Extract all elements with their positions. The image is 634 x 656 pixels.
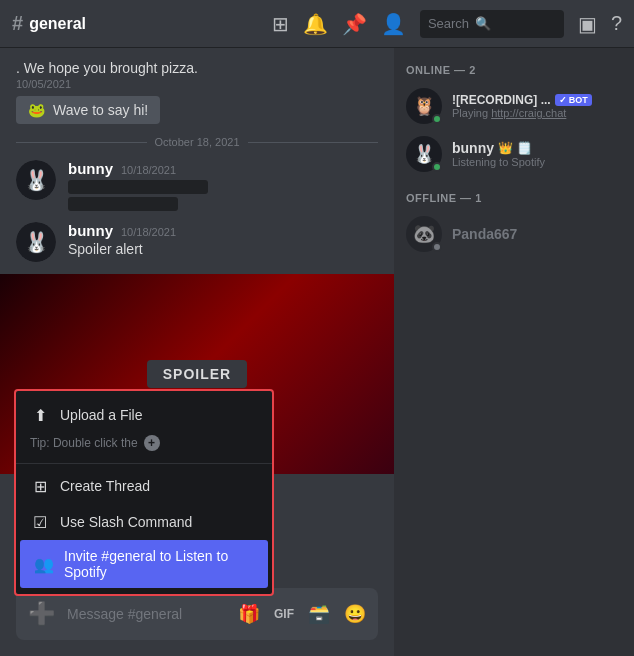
- pizza-date: 10/05/2021: [16, 78, 378, 90]
- bunny-info: bunny 👑 🗒️ Listening to Spotify: [452, 140, 622, 168]
- pizza-message: . We hope you brought pizza. 10/05/2021 …: [0, 56, 394, 128]
- gift-icon[interactable]: 🎁: [238, 603, 260, 625]
- bunny-name-row: bunny 👑 🗒️: [452, 140, 622, 156]
- wave-button[interactable]: 🐸 Wave to say hi!: [16, 96, 160, 124]
- user-row-bunny: 🐰 bunny 👑 🗒️ Listening to Spotify: [406, 132, 622, 176]
- emoji-icon[interactable]: 😀: [344, 603, 366, 625]
- nav-icons: ⊞ 🔔 📌 👤 Search 🔍 ▣ ?: [272, 10, 622, 38]
- chat-area: . We hope you brought pizza. 10/05/2021 …: [0, 48, 394, 656]
- bot-playing-text: Playing: [452, 107, 488, 119]
- bot-check: ✓: [559, 95, 567, 105]
- bunny-status: Listening to Spotify: [452, 156, 622, 168]
- thread-icon: ⊞: [30, 476, 50, 496]
- pizza-text: . We hope you brought pizza.: [16, 60, 198, 76]
- avatar: 🐰: [16, 222, 56, 262]
- author-name: bunny: [68, 222, 113, 239]
- bunny-name: bunny: [452, 140, 494, 156]
- offline-section: OFFLINE — 1 🐼 Panda667: [406, 192, 622, 256]
- chat-input-placeholder[interactable]: Message #general: [67, 606, 226, 622]
- bot-status-dot: [432, 114, 442, 124]
- invite-spotify-menu-item[interactable]: 👥 Invite #general to Listen to Spotify: [20, 540, 268, 588]
- timestamp: 10/18/2021: [121, 226, 176, 238]
- search-icon: 🔍: [475, 16, 491, 31]
- menu-divider: [16, 463, 272, 464]
- user-avatar-panda: 🐼: [406, 216, 442, 252]
- bunny-avatar-1: 🐰: [16, 160, 56, 200]
- message-row: 🐰 bunny 10/18/2021 Spoiler alert: [0, 218, 394, 266]
- user-avatar-bot: 🦉: [406, 88, 442, 124]
- menu-tip: Tip: Double click the +: [16, 433, 272, 459]
- sticker-icon[interactable]: 🗃️: [308, 603, 330, 625]
- wave-emoji: 🐸: [28, 102, 45, 118]
- upload-file-menu-item[interactable]: ⬆ Upload a File: [16, 397, 272, 433]
- bell-icon[interactable]: 🔔: [303, 12, 328, 36]
- gif-icon[interactable]: GIF: [274, 607, 294, 621]
- bunny-status-dot: [432, 162, 442, 172]
- create-thread-menu-item[interactable]: ⊞ Create Thread: [16, 468, 272, 504]
- add-file-icon[interactable]: ➕: [28, 601, 55, 627]
- channel-title: # general: [12, 12, 86, 35]
- slash-command-menu-item[interactable]: ☑ Use Slash Command: [16, 504, 272, 540]
- context-menu: ⬆ Upload a File Tip: Double click the + …: [14, 389, 274, 596]
- spoiler-badge: SPOILER: [147, 360, 247, 388]
- message-text: Spoiler alert: [68, 241, 378, 257]
- user-row-bot: 🦉 ![RECORDING] ... ✓ BOT Playing http://…: [406, 84, 622, 128]
- user-row-panda: 🐼 Panda667: [406, 212, 622, 256]
- spotify-icon: 👥: [34, 554, 54, 574]
- bot-name: ![RECORDING] ...: [452, 93, 551, 107]
- tip-text: Tip: Double click the: [30, 436, 138, 450]
- author-name: bunny: [68, 160, 113, 177]
- invite-label: Invite #general to Listen to Spotify: [64, 548, 254, 580]
- create-thread-label: Create Thread: [60, 478, 150, 494]
- input-right-icons: 🎁 GIF 🗃️ 😀: [238, 603, 366, 625]
- main-layout: . We hope you brought pizza. 10/05/2021 …: [0, 48, 634, 656]
- wave-label: Wave to say hi!: [53, 102, 148, 118]
- avatar: 🐰: [16, 160, 56, 200]
- plus-circle-icon: +: [144, 435, 160, 451]
- panda-info: Panda667: [452, 226, 622, 242]
- user-avatar-bunny: 🐰: [406, 136, 442, 172]
- upload-icon: ⬆: [30, 405, 50, 425]
- timestamp: 10/18/2021: [121, 164, 176, 176]
- help-icon[interactable]: ?: [611, 12, 622, 35]
- slash-icon: ☑: [30, 512, 50, 532]
- panda-status-dot: [432, 242, 442, 252]
- redacted-line-2: [68, 197, 178, 211]
- threads-icon[interactable]: ⊞: [272, 12, 289, 36]
- search-placeholder: Search: [428, 16, 469, 31]
- message-content: bunny 10/18/2021: [68, 160, 378, 214]
- bot-badge: ✓ BOT: [555, 94, 592, 106]
- panda-name-row: Panda667: [452, 226, 622, 242]
- date-divider-text: October 18, 2021: [155, 136, 240, 148]
- redacted-line-1: [68, 180, 208, 194]
- author-line: bunny 10/18/2021: [68, 160, 378, 177]
- message-content: bunny 10/18/2021 Spoiler alert: [68, 222, 378, 257]
- slash-label: Use Slash Command: [60, 514, 192, 530]
- members-icon[interactable]: 👤: [381, 12, 406, 36]
- note-icon: 🗒️: [517, 141, 532, 155]
- upload-label: Upload a File: [60, 407, 143, 423]
- channel-name: general: [29, 15, 86, 33]
- bot-label: BOT: [569, 95, 588, 105]
- bot-status-link[interactable]: http://craig.chat: [491, 107, 566, 119]
- top-nav: # general ⊞ 🔔 📌 👤 Search 🔍 ▣ ?: [0, 0, 634, 48]
- pin-icon[interactable]: 📌: [342, 12, 367, 36]
- bot-info: ![RECORDING] ... ✓ BOT Playing http://cr…: [452, 93, 622, 119]
- search-bar[interactable]: Search 🔍: [420, 10, 564, 38]
- author-line: bunny 10/18/2021: [68, 222, 378, 239]
- inbox-icon[interactable]: ▣: [578, 12, 597, 36]
- bot-status: Playing http://craig.chat: [452, 107, 622, 119]
- channel-hash-icon: #: [12, 12, 23, 35]
- offline-section-title: OFFLINE — 1: [406, 192, 622, 204]
- right-sidebar: ONLINE — 2 🦉 ![RECORDING] ... ✓ BOT Play…: [394, 48, 634, 656]
- message-row: 🐰 bunny 10/18/2021: [0, 156, 394, 218]
- crown-icon: 👑: [498, 141, 513, 155]
- online-section-title: ONLINE — 2: [406, 64, 622, 76]
- bunny-avatar-2: 🐰: [16, 222, 56, 262]
- date-divider: October 18, 2021: [0, 128, 394, 156]
- panda-name: Panda667: [452, 226, 517, 242]
- bot-name-row: ![RECORDING] ... ✓ BOT: [452, 93, 622, 107]
